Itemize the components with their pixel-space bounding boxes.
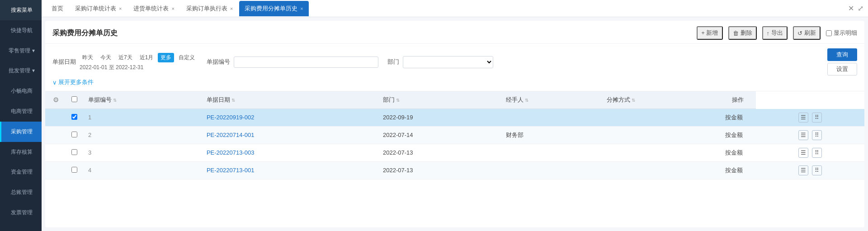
expand-more-btn[interactable]: ∨ 展开更多条件 (52, 78, 857, 86)
col-handler-header[interactable]: 经手人 ⇅ (500, 91, 601, 109)
tab-close-purchase-order-stat[interactable]: × (119, 6, 122, 11)
page-header: 采购费用分摊单历史 + 新增 🗑 删除 ↑ 导出 ↺ 刷新 显示明细 (45, 21, 864, 44)
show-columns-checkbox[interactable] (826, 30, 832, 36)
date-btn-more[interactable]: 更多 (158, 53, 174, 62)
table-row: 3 PE-20220713-003 2022-07-13 按金额 ☰ ⠿ (45, 144, 864, 161)
order-no-link-2[interactable]: PE-20220714-001 (201, 126, 377, 144)
tab-close-goods-in-stat[interactable]: × (171, 6, 174, 11)
show-columns-label[interactable]: 显示明细 (826, 29, 857, 37)
date-filter-group: 单据日期 昨天 今天 近7天 近1月 更多 自定义 2022-01-01 至 2… (52, 53, 198, 71)
tab-purchase-cost-history[interactable]: 采购费用分摊单历史 × (239, 1, 308, 16)
order-no-input[interactable] (234, 57, 378, 68)
row-date-2: 2022-07-14 (377, 126, 500, 144)
sidebar-item-wholesale[interactable]: 批发管理 ▾ (0, 61, 42, 81)
row-date-3: 2022-07-13 (377, 144, 500, 161)
date-range-display: 2022-01-01 至 2022-12-31 (80, 64, 198, 71)
date-btn-7days[interactable]: 近7天 (116, 53, 135, 62)
row-checkbox-4[interactable] (71, 167, 77, 173)
tab-close-purchase-order-exec[interactable]: × (230, 6, 233, 11)
table-container: ⚙ 单据编号 ⇅ 单据日期 (45, 91, 864, 227)
sort-dept[interactable]: 部门 ⇅ (383, 96, 400, 104)
date-btn-today[interactable]: 今天 (98, 53, 114, 62)
table-row: 1 PE-20220919-002 2022-09-19 按金额 ☰ ⠿ (45, 109, 864, 127)
maximize-icon[interactable]: ⤢ (858, 4, 863, 13)
row-dept-1 (500, 109, 601, 127)
col-dept-header[interactable]: 部门 ⇅ (377, 91, 500, 109)
filter-row: 单据日期 昨天 今天 近7天 近1月 更多 自定义 2022-01-01 至 2… (52, 48, 857, 75)
sidebar-item-purchase[interactable]: 采购管理 (0, 122, 42, 142)
sidebar-item-quick-nav[interactable]: 快捷导航 (0, 20, 42, 41)
col-split-method-header[interactable]: 分摊方式 ⇅ (601, 91, 720, 109)
page-title: 采购费用分摊单历史 (52, 28, 118, 38)
date-btn-custom[interactable]: 自定义 (176, 53, 198, 62)
sort-icon: ⇅ (231, 98, 235, 103)
more-icon-1[interactable]: ⠿ (812, 113, 822, 123)
date-btn-1month[interactable]: 近1月 (137, 53, 156, 62)
chevron-down-icon: ▾ (32, 67, 35, 75)
delete-button[interactable]: 🗑 删除 (728, 26, 757, 40)
select-all-checkbox[interactable] (71, 96, 77, 102)
row-checkbox-2[interactable] (71, 132, 77, 137)
order-no-filter-group: 单据编号 (207, 57, 378, 68)
tab-close-purchase-cost-history[interactable]: × (300, 6, 303, 11)
view-icon-2[interactable]: ☰ (798, 130, 808, 140)
row-handler-2 (601, 126, 720, 144)
close-all-tabs-icon[interactable]: ✕ (848, 4, 854, 13)
col-order-no-header[interactable]: 单据编号 ⇅ (83, 91, 201, 109)
header-actions: + 新增 🗑 删除 ↑ 导出 ↺ 刷新 显示明细 (697, 26, 857, 40)
order-no-link-4[interactable]: PE-20220713-001 (201, 161, 377, 179)
row-date-1: 2022-09-19 (377, 109, 500, 127)
sidebar-item-ledger[interactable]: 总账管理 (0, 182, 42, 203)
order-no-link-3[interactable]: PE-20220713-003 (201, 144, 377, 161)
table-row: 4 PE-20220713-001 2022-07-13 按金额 ☰ ⠿ (45, 161, 864, 179)
view-icon-4[interactable]: ☰ (798, 165, 808, 175)
date-btn-yesterday[interactable]: 昨天 (80, 53, 96, 62)
date-label: 单据日期 (52, 58, 76, 66)
table-row: 2 PE-20220714-001 2022-07-14 财务部 按金额 ☰ ⠿ (45, 126, 864, 144)
export-icon: ↑ (767, 30, 770, 37)
tab-purchase-order-stat[interactable]: 采购订单统计表 × (70, 1, 127, 16)
sidebar-item-ecommerce[interactable]: 电商管理 (0, 101, 42, 122)
view-icon-1[interactable]: ☰ (798, 113, 808, 123)
export-button[interactable]: ↑ 导出 (762, 26, 788, 40)
tab-home[interactable]: 首页 (46, 1, 69, 16)
sidebar-item-finance[interactable]: 资金管理 (0, 162, 42, 182)
sidebar-item-retail[interactable]: 零售管理 ▾ (0, 41, 42, 61)
filter-right-actions: 查询 设置 (827, 48, 857, 75)
trash-icon: 🗑 (733, 30, 739, 37)
view-icon-3[interactable]: ☰ (798, 148, 808, 158)
sort-order-no[interactable]: 单据编号 ⇅ (88, 96, 117, 104)
add-button[interactable]: + 新增 (697, 26, 722, 40)
dept-select[interactable] (403, 56, 493, 68)
sidebar-item-inventory[interactable]: 库存核算 (0, 142, 42, 162)
tab-goods-in-stat[interactable]: 进货单统计表 × (128, 1, 179, 16)
more-icon-3[interactable]: ⠿ (812, 148, 822, 158)
order-no-link-1[interactable]: PE-20220919-002 (201, 109, 377, 127)
table-body: 1 PE-20220919-002 2022-09-19 按金额 ☰ ⠿ (45, 109, 864, 179)
sidebar-item-mini-shop[interactable]: 小畅电商 (0, 81, 42, 101)
page-container: 采购费用分摊单历史 + 新增 🗑 删除 ↑ 导出 ↺ 刷新 显示明细 (45, 21, 864, 227)
row-split-method-3: 按金额 (720, 144, 756, 161)
tab-purchase-order-exec[interactable]: 采购订单执行表 × (181, 1, 238, 16)
query-button[interactable]: 查询 (827, 48, 857, 61)
sort-split-method[interactable]: 分摊方式 ⇅ (607, 96, 635, 104)
table-header-row: ⚙ 单据编号 ⇅ 单据日期 (45, 91, 864, 109)
more-icon-2[interactable]: ⠿ (812, 130, 822, 140)
sort-date[interactable]: 单据日期 ⇅ (207, 96, 235, 104)
row-split-method-4: 按金额 (720, 161, 756, 179)
settings-button[interactable]: 设置 (827, 63, 857, 75)
row-checkbox-3[interactable] (71, 149, 77, 155)
sidebar-item-invoice[interactable]: 发票管理 (0, 203, 42, 223)
row-dept-4 (500, 161, 601, 179)
sidebar-item-search[interactable]: 搜索菜单 (0, 0, 42, 20)
col-date-header[interactable]: 单据日期 ⇅ (201, 91, 377, 109)
settings-gear-icon[interactable]: ⚙ (51, 95, 61, 105)
row-checkbox-1[interactable] (71, 114, 77, 120)
sort-handler[interactable]: 经手人 ⇅ (506, 96, 528, 104)
sort-icon: ⇅ (396, 98, 400, 103)
sort-icon: ⇅ (113, 98, 117, 103)
row-handler-4 (601, 161, 720, 179)
col-settings-header: ⚙ (45, 91, 66, 109)
more-icon-4[interactable]: ⠿ (812, 165, 822, 175)
refresh-button[interactable]: ↺ 刷新 (793, 26, 821, 40)
